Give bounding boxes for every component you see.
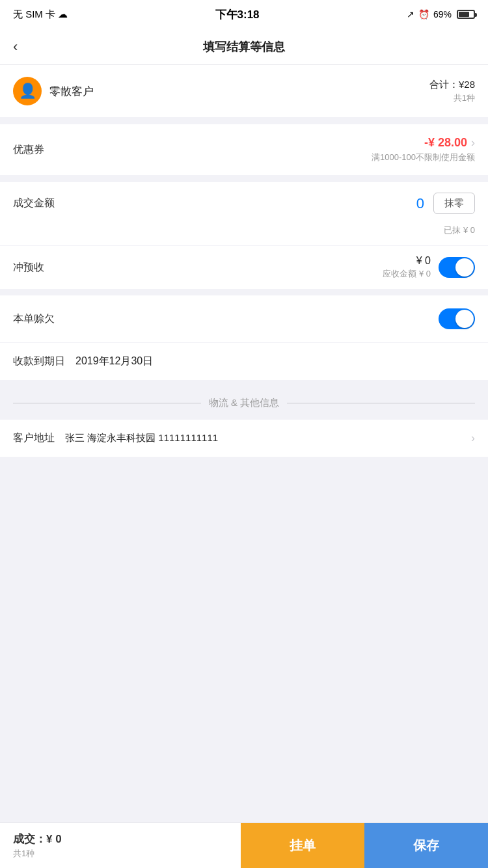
- round-button[interactable]: 抹零: [433, 193, 475, 214]
- due-date-label: 收款到期日: [13, 355, 65, 368]
- total-amount: 合计：¥28: [429, 79, 475, 91]
- prepayment-label: 冲预收: [13, 261, 44, 275]
- debt-label: 本单赊欠: [13, 312, 55, 326]
- bottom-bar: 成交：¥ 0 共1种 挂单 保存: [0, 822, 488, 868]
- coupon-section[interactable]: 优惠券 -¥ 28.00 › 满1000-100不限制使用金额: [0, 124, 488, 175]
- bottom-deal-label: 成交：: [13, 833, 46, 845]
- address-section[interactable]: 客户地址 张三 海淀永丰科技园 11111111111 ›: [0, 420, 488, 457]
- prepayment-value: ¥ 0: [383, 255, 431, 267]
- logistics-line-right: [287, 403, 475, 403]
- avatar: 👤: [13, 77, 42, 105]
- customer-row: 👤 零散客户 合计：¥28 共1种: [0, 65, 488, 117]
- customer-section: 👤 零散客户 合计：¥28 共1种: [0, 65, 488, 117]
- amount-sub: 已抹 ¥ 0: [0, 224, 488, 245]
- chevron-right-icon: ›: [471, 136, 475, 150]
- customer-info: 👤 零散客户: [13, 77, 94, 105]
- coupon-right: -¥ 28.00 › 满1000-100不限制使用金额: [372, 136, 475, 163]
- prepayment-right: ¥ 0 应收金额 ¥ 0: [383, 255, 475, 280]
- status-right: ↗ ⏰ 69%: [407, 9, 475, 20]
- bottom-deal-row: 成交：¥ 0: [13, 832, 228, 847]
- location-icon: ↗: [407, 9, 414, 20]
- total-count: 共1种: [429, 92, 475, 104]
- amount-value: 0: [416, 195, 424, 212]
- logistics-line-left: [13, 403, 201, 403]
- debt-toggle-knob: [455, 310, 474, 328]
- status-left: 无 SIM 卡 ☁: [13, 8, 68, 21]
- coupon-subtext: 满1000-100不限制使用金额: [372, 152, 475, 163]
- transaction-section: 成交金额 0 抹零 已抹 ¥ 0 冲预收 ¥ 0 应收金额 ¥ 0: [0, 182, 488, 289]
- bottom-count: 共1种: [13, 848, 228, 860]
- bottom-summary: 成交：¥ 0 共1种: [0, 832, 241, 860]
- status-bar: 无 SIM 卡 ☁ 下午3:18 ↗ ⏰ 69%: [0, 0, 488, 29]
- customer-name: 零散客户: [49, 84, 94, 99]
- nav-bar: ‹ 填写结算等信息: [0, 29, 488, 65]
- battery-label: 69%: [433, 9, 452, 20]
- coupon-row[interactable]: 优惠券 -¥ 28.00 › 满1000-100不限制使用金额: [0, 124, 488, 175]
- due-date-row: 收款到期日 2019年12月30日: [0, 342, 488, 380]
- prepayment-subtext: 应收金额 ¥ 0: [383, 268, 431, 280]
- save-button[interactable]: 保存: [364, 823, 488, 868]
- debt-section: 本单赊欠 收款到期日 2019年12月30日: [0, 295, 488, 380]
- toggle-knob: [455, 258, 474, 277]
- prepayment-row: 冲预收 ¥ 0 应收金额 ¥ 0: [0, 245, 488, 289]
- back-button[interactable]: ‹: [13, 38, 18, 55]
- hold-button[interactable]: 挂单: [241, 823, 364, 868]
- logistics-header: 物流 & 其他信息: [0, 387, 488, 420]
- sim-label: 无 SIM 卡 ☁: [13, 8, 68, 21]
- alarm-icon: ⏰: [418, 9, 429, 20]
- page-title: 填写结算等信息: [203, 39, 285, 55]
- bottom-deal-value: ¥ 0: [46, 833, 62, 845]
- address-chevron-icon: ›: [471, 431, 475, 445]
- address-label: 客户地址: [13, 431, 55, 445]
- prepayment-values: ¥ 0 应收金额 ¥ 0: [383, 255, 431, 280]
- coupon-label: 优惠券: [13, 143, 44, 157]
- due-date-value: 2019年12月30日: [75, 355, 153, 368]
- prepayment-toggle[interactable]: [439, 257, 475, 278]
- avatar-icon: 👤: [19, 83, 36, 100]
- coupon-discount: -¥ 28.00: [424, 136, 467, 150]
- debt-toggle[interactable]: [439, 308, 475, 329]
- address-value: 张三 海淀永丰科技园 11111111111: [65, 432, 467, 444]
- status-time: 下午3:18: [215, 7, 260, 22]
- logistics-label: 物流 & 其他信息: [209, 397, 279, 409]
- debt-row: 本单赊欠: [0, 295, 488, 342]
- battery-icon: [457, 10, 475, 19]
- bottom-spacer: [0, 463, 488, 528]
- amount-label: 成交金额: [13, 197, 55, 210]
- customer-total: 合计：¥28 共1种: [429, 79, 475, 104]
- amount-row: 成交金额 0 抹零: [0, 182, 488, 224]
- address-row[interactable]: 客户地址 张三 海淀永丰科技园 11111111111 ›: [0, 420, 488, 457]
- amount-right: 0 抹零: [416, 193, 475, 214]
